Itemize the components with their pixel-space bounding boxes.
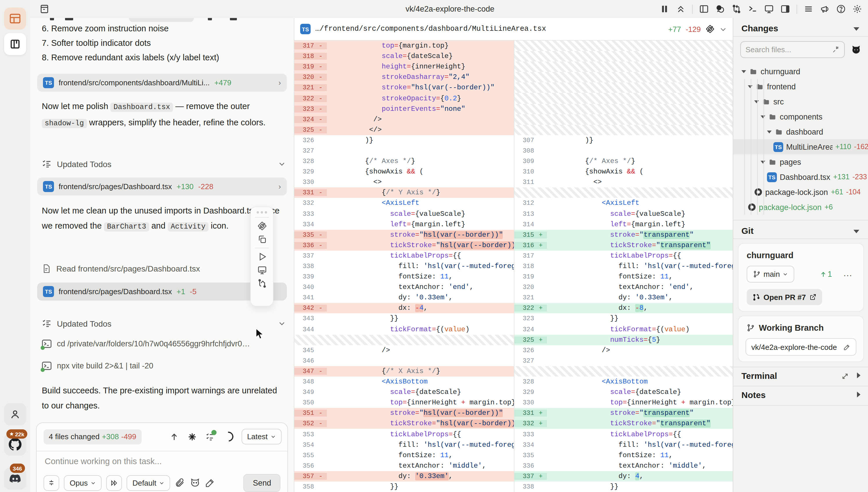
edit-pencil-icon[interactable]	[843, 343, 850, 351]
pen-icon[interactable]	[205, 477, 216, 488]
copy-icon[interactable]	[257, 235, 267, 244]
version-dropdown[interactable]: Latest	[241, 429, 282, 444]
expand-icon[interactable]	[841, 372, 849, 380]
tree-folder-pages[interactable]: pages	[733, 154, 868, 169]
tree-expand-triangle[interactable]	[760, 161, 765, 163]
fast-forward-button[interactable]	[106, 475, 122, 491]
more-options-icon[interactable]	[257, 211, 267, 214]
code-text: top={innerHeight + margin.top}	[547, 399, 733, 407]
model-dropdown[interactable]: Opus	[64, 475, 101, 491]
file-change-chip[interactable]: TS frontend/src/components/dashboard/Mul…	[37, 74, 287, 92]
line-number: 318	[514, 263, 539, 270]
tree-expand-triangle[interactable]	[742, 70, 746, 73]
ahead-count: 1	[820, 270, 832, 278]
updated-todos-row[interactable]: Updated Todos	[42, 319, 286, 328]
attachment-icon[interactable]	[175, 477, 186, 488]
tree-folder-churnguard[interactable]: churnguard	[733, 64, 868, 79]
diff-marker	[319, 399, 327, 406]
collapse-git-icon[interactable]	[853, 230, 859, 233]
code-text: stroke="transparent"	[547, 409, 733, 417]
rail-item-dashboard-active[interactable]	[4, 7, 26, 30]
burst-icon[interactable]	[187, 432, 196, 441]
tree-folder-dashboard[interactable]: dashboard	[733, 124, 868, 139]
more-options-icon[interactable]: …	[843, 268, 853, 278]
tree-expand-triangle[interactable]	[767, 130, 772, 133]
line-number: 318	[295, 53, 319, 60]
code-text: }}	[327, 483, 514, 491]
rail-item-kanban[interactable]	[4, 33, 26, 55]
diff-marker	[539, 147, 547, 154]
send-button[interactable]: Send	[243, 474, 280, 492]
diff-icon[interactable]	[257, 221, 267, 231]
todos-status-icon[interactable]	[205, 432, 214, 441]
terminal-command-row[interactable]: cd /private/var/folders/10/h7w0q46556ggr…	[42, 339, 286, 348]
terminal-command-row[interactable]: npx vite build 2>&1 | tail -20	[42, 362, 286, 370]
diff-line: 323- pointerEvents="none"	[295, 103, 514, 114]
tree-folder-components[interactable]: components	[733, 109, 868, 124]
arrow-up-icon[interactable]	[169, 432, 179, 441]
panel-right-icon[interactable]	[780, 4, 790, 14]
tree-file-package-lock.json[interactable]: package-lock.json+6	[733, 200, 868, 215]
chevron-down-icon[interactable]	[719, 25, 727, 33]
git-compare-icon[interactable]	[257, 278, 267, 288]
diff-file-header[interactable]: TS …/frontend/src/components/dashboard/M…	[295, 18, 733, 41]
diff-gap-row	[514, 41, 733, 51]
menu-icon[interactable]	[803, 4, 814, 14]
file-change-chip-hovered[interactable]: TS frontend/src/pages/Dashboard.tsx +1 -…	[37, 282, 287, 300]
updated-todos-row[interactable]: Updated Todos	[42, 159, 286, 169]
monitor-icon[interactable]	[764, 4, 774, 14]
help-icon[interactable]	[836, 4, 846, 14]
working-branch-input[interactable]: vk/4e2a-explore-the-code	[746, 338, 857, 356]
play-icon[interactable]	[257, 252, 267, 262]
diff-mode-icon[interactable]	[705, 24, 715, 34]
branch-dropdown[interactable]: main	[747, 266, 794, 282]
line-number: 334	[295, 221, 319, 228]
panel-left-icon[interactable]	[699, 4, 709, 14]
terminal-section-header[interactable]: Terminal	[733, 367, 868, 386]
message-text: icon.	[208, 221, 229, 230]
file-change-chip[interactable]: TS frontend/src/pages/Dashboard.tsx +130…	[37, 177, 287, 196]
tree-file-MultiLineArea.tsx[interactable]: TSMultiLineArea.tsx+110-162	[733, 139, 868, 154]
chevron-down-icon[interactable]	[278, 320, 286, 327]
diff-line: 331- {/* Y Axis */}	[295, 188, 514, 198]
diff-line: 316+ tickStroke="transparent"	[514, 240, 733, 251]
tree-file-package-lock.json[interactable]: package-lock.json+61-104	[733, 184, 868, 200]
read-file-row[interactable]: Read frontend/src/pages/Dashboard.tsx	[42, 264, 286, 273]
monitor-icon[interactable]	[257, 265, 267, 275]
files-changed-summary[interactable]: 4 files changed +308 -499	[44, 429, 142, 444]
composer-input[interactable]: Continue working on this task...	[45, 457, 162, 466]
tree-expand-triangle[interactable]	[748, 85, 752, 88]
rail-item-profile[interactable]	[4, 403, 26, 425]
git-compare-icon[interactable]	[731, 4, 742, 14]
line-number: 308	[514, 147, 539, 154]
chevrons-up-icon[interactable]	[676, 4, 686, 14]
tree-folder-src[interactable]: src	[733, 94, 868, 109]
cat-icon[interactable]	[850, 44, 862, 55]
megaphone-icon[interactable]	[820, 4, 830, 14]
line-number: 347	[295, 368, 319, 375]
search-files-input[interactable]: Search files...	[740, 41, 845, 58]
chat-bubbles-icon[interactable]	[715, 4, 725, 14]
expand-terminal-chevron[interactable]	[857, 372, 861, 378]
open-pr-button[interactable]: Open PR #7	[747, 289, 822, 305]
tree-file-Dashboard.tsx[interactable]: TSDashboard.tsx+131-233	[733, 169, 868, 184]
chevron-down-icon[interactable]	[278, 160, 286, 168]
settings-gear-icon[interactable]	[852, 4, 862, 14]
expand-notes-chevron[interactable]	[857, 392, 861, 397]
tree-folder-frontend[interactable]: frontend	[733, 79, 868, 94]
collapse-diagonal-icon[interactable]	[832, 46, 840, 53]
tree-expand-triangle[interactable]	[760, 115, 765, 118]
tree-expand-triangle[interactable]	[754, 100, 759, 103]
mode-dropdown[interactable]: Default	[126, 475, 170, 491]
pause-icon[interactable]	[660, 4, 670, 14]
fast-forward-icon	[110, 479, 118, 487]
journal-icon[interactable]	[40, 4, 49, 14]
composer-settings-button[interactable]	[44, 475, 59, 491]
cat-icon[interactable]	[190, 477, 201, 488]
line-number: 317	[295, 42, 319, 49]
notes-section-header[interactable]: Notes	[733, 386, 868, 405]
terminal-icon[interactable]	[748, 4, 758, 14]
diff-line: 350 top={innerHeight + margin.top}	[295, 397, 514, 408]
collapse-changes-icon[interactable]	[853, 27, 859, 31]
diff-marker	[319, 158, 327, 165]
